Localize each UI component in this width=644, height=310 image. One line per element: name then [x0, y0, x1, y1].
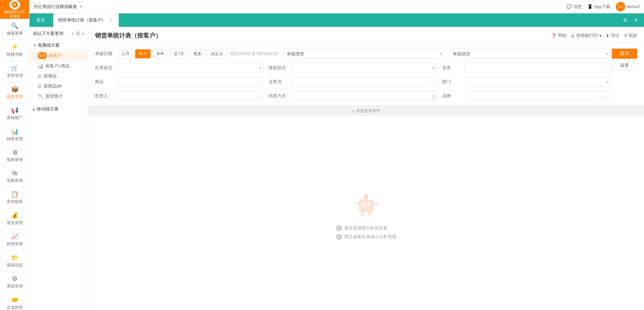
warehouse-dots[interactable]: …	[603, 65, 608, 70]
settlement-select[interactable]	[291, 91, 437, 101]
mobile-group-arrow: ▶	[33, 107, 36, 111]
scheme-settings-button[interactable]: ⚙	[75, 30, 80, 37]
sidebar-item-operations[interactable]: 📈 经营管理	[0, 229, 29, 251]
staff-label: 业务员	[269, 79, 286, 85]
svg-rect-8	[361, 211, 364, 216]
page-header: 销货单统计表（按客户） ❓ 帮助 🖨 按模板打印 ▾ ⬇	[88, 27, 644, 44]
date-btn-more[interactable]: 更多	[190, 49, 205, 58]
sidebar-item-system[interactable]: ⚙ 系统管理	[0, 272, 29, 293]
sidebar-item-search-label: 搜索菜单	[7, 31, 23, 36]
scheme-item-customer-product[interactable]: 📊 按客户+商品	[30, 61, 88, 71]
sidebar-item-finance[interactable]: 💰 资金管理	[0, 208, 29, 229]
scheme-item-customer-label: 按客户	[49, 53, 62, 59]
filter-row-status: 出库状态 ▾ 收款状态 ▾	[95, 63, 610, 73]
sidebar-item-wholesale-label: 批发管理	[7, 94, 23, 100]
sidebar-item-operations-label: 经营管理	[7, 241, 23, 247]
query-button[interactable]: 查询	[612, 49, 637, 59]
customer-product-icon: 📊	[38, 63, 43, 69]
date-btn-thismonth[interactable]: 本月	[135, 49, 151, 58]
product-input[interactable]	[118, 77, 263, 87]
scheme-add-button[interactable]: +	[71, 31, 74, 37]
sidebar-item-marketing[interactable]: 📢 营销推广	[0, 103, 29, 124]
app-download-btn[interactable]: 📱 App下载	[587, 4, 610, 10]
sidebar-item-retail-label: 零售管理	[7, 73, 23, 79]
outbound-select[interactable]	[118, 63, 263, 73]
date-btn-lastmonth[interactable]: 上月	[118, 49, 133, 58]
tab-home[interactable]: 首页	[30, 13, 52, 27]
svg-rect-3	[362, 207, 370, 209]
scheme-item-product99-label: 按商品99	[44, 83, 61, 89]
collapse-label: 收起更多条件	[356, 108, 380, 114]
sidebar-item-ecommerce[interactable]: 🖥 电商管理	[0, 146, 29, 166]
tab-home-label: 首页	[36, 17, 45, 23]
sidebar-item-quicknav-label: 快捷导航	[7, 52, 23, 57]
tip-item-1: 1 请先选择要分析的方案	[336, 225, 396, 231]
staff-dots[interactable]: …	[429, 79, 434, 85]
receiver-dots[interactable]: …	[256, 93, 261, 99]
topbar-right: 💬 消息 📱 App下载 Ea demo2	[567, 2, 640, 11]
export-button[interactable]: ⬇ 导出	[606, 33, 620, 39]
settlement-label: 结算方式	[269, 93, 286, 99]
app-logo: 畅捷通好生意 标准版	[0, 0, 30, 19]
finance-icon: 💰	[11, 212, 18, 219]
sidebar-item-inventory[interactable]: 📋 库存核算	[0, 187, 29, 208]
scheme-item-product99[interactable]: ⊞ 按商品99	[30, 81, 88, 91]
tip-num-2: 2	[336, 234, 342, 240]
payment-select[interactable]	[291, 63, 437, 73]
user-name: demo2	[627, 4, 640, 9]
scheme-item-product[interactable]: ⊞ 按商品	[30, 71, 88, 81]
print-button[interactable]: 🖨 按模板打印 ▾	[571, 33, 602, 39]
sidebar-item-search[interactable]: 🔍 搜索菜单	[0, 19, 29, 40]
tab-close-button[interactable]: ×	[109, 17, 114, 23]
sidebar-item-basicinfo[interactable]: 📁 基础信息	[0, 251, 29, 272]
industry-dropdown-icon[interactable]: ▾	[80, 4, 82, 9]
sidebar-item-sales[interactable]: 📊 销售管理	[0, 124, 29, 146]
help-button[interactable]: ❓ 帮助	[551, 33, 567, 39]
date-btn-thisyear[interactable]: 本年	[153, 49, 168, 58]
sidebar-item-wholesale[interactable]: 📦 批发管理	[0, 82, 29, 103]
receiver-input[interactable]	[118, 91, 263, 101]
scheme-mobile-group-header[interactable]: ▶ 移动端方案	[30, 104, 88, 114]
user-profile[interactable]: Ea demo2	[616, 2, 640, 11]
sidebar-item-finance-label: 资金管理	[7, 220, 23, 226]
tip-item-2: 2 用过滤条件来缩小分析范围	[336, 234, 396, 240]
dept-select[interactable]	[465, 77, 610, 87]
settings-button[interactable]: 设置	[612, 61, 637, 70]
refresh-icon: ↺	[624, 33, 627, 38]
payment-label: 收款状态	[269, 65, 286, 71]
date-btn-custom[interactable]: 自定义	[207, 49, 227, 58]
filter-actions: 查询 设置	[612, 49, 637, 70]
tab-close-window-button[interactable]: ✕	[632, 16, 640, 24]
date-range-text: 2023-03-01 至 2023-03-31	[230, 51, 277, 57]
staff-input[interactable]	[291, 77, 437, 87]
message-btn[interactable]: 💬 消息	[567, 4, 582, 10]
logo-icon	[9, 0, 20, 9]
brand-input[interactable]	[465, 91, 610, 101]
sidebar-item-collab[interactable]: 🤝 企业协同	[0, 293, 29, 310]
sidebar-item-purchase[interactable]: 🛍 采购管理	[0, 166, 29, 187]
print-dropdown-icon: ▾	[599, 33, 602, 38]
product-dots[interactable]: …	[256, 79, 261, 85]
scheme-collapse-button[interactable]: «	[82, 31, 85, 37]
sidebar-item-retail[interactable]: 🛒 零售管理	[0, 61, 29, 82]
refresh-button[interactable]: ↺ 刷新	[624, 33, 637, 39]
scheme-desktop-group-header[interactable]: ▼ 电脑端方案	[30, 40, 88, 50]
scheme-header-label: 按以下方案查询	[33, 31, 63, 37]
tab-restore-button[interactable]: ⧉	[621, 16, 629, 24]
message-label: 消息	[573, 4, 582, 10]
filter-row-date: 单据日期 上月 本月 本年 近7天 更多 自定义 2023-03-01 至 20…	[95, 49, 610, 59]
scheme-item-customer[interactable]: 按客 按客户	[30, 50, 88, 61]
order-status-select[interactable]: 单据状态	[450, 49, 610, 59]
tab-active[interactable]: 销货单统计表（按客户） ×	[53, 13, 119, 27]
brand-dots[interactable]: …	[603, 93, 608, 99]
logo-text: 畅捷通好生意	[5, 10, 25, 14]
sidebar-item-system-label: 系统管理	[7, 283, 23, 289]
date-btn-7days[interactable]: 近7天	[170, 49, 188, 58]
warehouse-input[interactable]	[465, 63, 610, 73]
sidebar-item-inventory-label: 库存核算	[7, 199, 23, 205]
sidebar-item-quicknav[interactable]: ⚡ 快捷导航	[0, 40, 29, 61]
order-type-select[interactable]: 单据类型	[284, 49, 444, 59]
collapse-button[interactable]: ∧ 收起更多条件	[88, 106, 644, 116]
scheme-item-returns[interactable]: 📉 退货统计	[30, 91, 88, 101]
dept-wrap: ▾	[465, 77, 610, 87]
